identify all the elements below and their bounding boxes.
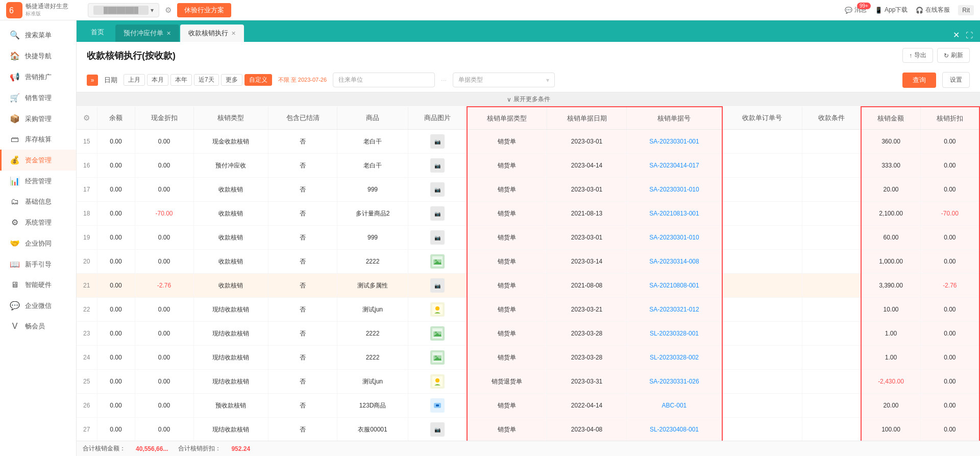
sidebar-item-inventory[interactable]: 🗃 库存核算 bbox=[0, 129, 76, 150]
table-footer: 合计核销金额： 40,556,66... 合计核销折扣： 952.24 bbox=[77, 441, 980, 456]
th-include-settled: 包含已结清 bbox=[268, 107, 337, 130]
sidebar-item-sales[interactable]: 🛒 销售管理 bbox=[0, 87, 76, 108]
date-range-text: 不限 至 2023-07-26 bbox=[278, 76, 327, 84]
cell-product: 999 bbox=[337, 226, 408, 250]
sidebar-item-operations[interactable]: 📊 经营管理 bbox=[0, 171, 76, 191]
tab-collection-verify[interactable]: 收款核销执行 ✕ bbox=[180, 25, 244, 42]
cell-verify-amount: -2,430.00 bbox=[861, 370, 920, 394]
cell-verify-type: 收款核销 bbox=[193, 178, 268, 202]
export-button[interactable]: ↑ 导出 bbox=[902, 48, 933, 63]
expand-more-bar[interactable]: ∨ 展开更多条件 bbox=[77, 92, 980, 106]
cell-verify-bill-type: 销货单 bbox=[467, 202, 547, 226]
online-service-btn[interactable]: 🎧 在线客服 bbox=[916, 6, 950, 14]
cell-cash-discount: -2.76 bbox=[135, 274, 193, 298]
from-unit-placeholder: 往来单位 bbox=[338, 76, 363, 84]
tab-prepay-close[interactable]: ✕ bbox=[166, 30, 171, 37]
sidebar-item-basic-info[interactable]: 🗂 基础信息 bbox=[0, 191, 76, 212]
cell-product: 老白干 bbox=[337, 154, 408, 178]
cell-verify-bill-date: 2023-03-31 bbox=[547, 370, 627, 394]
refresh-icon: ↻ bbox=[944, 52, 949, 59]
guide-icon: 📖 bbox=[10, 259, 20, 269]
company-name: ████████ bbox=[93, 6, 149, 15]
table-row: 20 0.00 0.00 收款核销 否 2222 销货单 2023-03-14 … bbox=[77, 250, 979, 274]
sidebar-item-purchase[interactable]: 📦 采购管理 bbox=[0, 108, 76, 129]
footer-amount-label: 合计核销金额： bbox=[83, 444, 126, 453]
cell-product-img: 📷 bbox=[408, 154, 467, 178]
footer-total-amount: 40,556,66... bbox=[136, 445, 168, 452]
refresh-button[interactable]: ↻ 刷新 bbox=[937, 48, 970, 63]
info-icon: 🗂 bbox=[10, 197, 20, 206]
cell-verify-bill-date: 2023-03-01 bbox=[547, 226, 627, 250]
cell-include-settled: 否 bbox=[268, 370, 337, 394]
sidebar-item-system[interactable]: ⚙ 系统管理 bbox=[0, 212, 76, 233]
table-row: 25 0.00 0.00 现结收款核销 否 测试jun 销货退货单 2023-0… bbox=[77, 370, 979, 394]
app-download-btn[interactable]: 📱 App下载 bbox=[875, 6, 908, 14]
cell-no: 17 bbox=[77, 178, 97, 202]
sidebar-item-marketing[interactable]: 📢 营销推广 bbox=[0, 66, 76, 87]
from-unit-filter[interactable]: 往来单位 bbox=[333, 73, 435, 87]
sidebar-item-wechat[interactable]: 💬 企业微信 bbox=[0, 295, 76, 316]
tab-home[interactable]: 首页 bbox=[81, 22, 114, 42]
date-option-7-days[interactable]: 近7天 bbox=[194, 74, 219, 86]
cell-verify-bill-type: 销货单 bbox=[467, 418, 547, 441]
cell-balance: 0.00 bbox=[97, 226, 135, 250]
table-row: 22 0.00 0.00 现结收款核销 否 测试jun 销货单 2023-03-… bbox=[77, 298, 979, 322]
cell-verify-type: 现结收款核销 bbox=[193, 346, 268, 370]
cell-verify-discount: -70.00 bbox=[920, 202, 979, 226]
messages-button[interactable]: 💬 消息 99+ bbox=[845, 6, 867, 14]
tab-maximize-button[interactable]: ⛶ bbox=[964, 29, 975, 41]
tab-prepay[interactable]: 预付冲应付单 ✕ bbox=[115, 25, 179, 42]
cell-cash-discount: -70.00 bbox=[135, 202, 193, 226]
user-avatar[interactable]: Rit bbox=[958, 5, 974, 15]
cell-collection-order bbox=[722, 298, 802, 322]
page-area: 收款核销执行(按收款) ↑ 导出 ↻ 刷新 bbox=[77, 42, 980, 456]
cell-verify-amount: 333.00 bbox=[861, 154, 920, 178]
sidebar-item-finance[interactable]: 💰 资金管理 bbox=[0, 150, 76, 171]
date-option-this-month[interactable]: 本月 bbox=[147, 74, 168, 86]
company-selector[interactable]: ████████ ▾ bbox=[88, 3, 159, 17]
sidebar-item-guide[interactable]: 📖 新手引导 bbox=[0, 254, 76, 275]
date-option-last-month[interactable]: 上月 bbox=[124, 74, 145, 86]
setting-button[interactable]: 设置 bbox=[942, 72, 970, 88]
sidebar-item-enterprise[interactable]: 🤝 企业协同 bbox=[0, 233, 76, 254]
tab-collection-close[interactable]: ✕ bbox=[231, 30, 236, 37]
svg-point-9 bbox=[435, 331, 437, 333]
date-option-custom[interactable]: 自定义 bbox=[244, 74, 272, 86]
cell-collection-condition bbox=[802, 178, 862, 202]
hardware-icon: 🖥 bbox=[10, 280, 20, 290]
date-option-more[interactable]: 更多 bbox=[221, 74, 242, 86]
cell-product: 测试jun bbox=[337, 298, 408, 322]
table-row: 17 0.00 0.00 收款核销 否 999 📷 销货单 2023-03-01… bbox=[77, 178, 979, 202]
sidebar-label-basicinfo: 基础信息 bbox=[25, 197, 52, 206]
messages-badge: 99+ bbox=[857, 3, 871, 9]
industry-button[interactable]: 休验行业方案 bbox=[177, 3, 231, 17]
cell-verify-bill-no: SL-20230408-001 bbox=[627, 418, 722, 441]
sidebar-item-search-menu[interactable]: 🔍 搜索菜单 bbox=[0, 25, 76, 45]
bill-type-filter[interactable]: 单据类型 ▾ bbox=[453, 73, 555, 87]
sidebar-item-hardware[interactable]: 🖥 智能硬件 bbox=[0, 275, 76, 295]
cell-verify-amount: 60.00 bbox=[861, 226, 920, 250]
query-button[interactable]: 查询 bbox=[902, 73, 936, 88]
th-verify-bill-type: 核销单据类型 bbox=[467, 107, 547, 130]
cell-verify-bill-date: 2023-04-08 bbox=[547, 418, 627, 441]
sales-icon: 🛒 bbox=[10, 93, 20, 103]
cell-balance: 0.00 bbox=[97, 322, 135, 346]
cell-include-settled: 否 bbox=[268, 418, 337, 441]
tab-close-button[interactable]: ✕ bbox=[951, 28, 962, 42]
filter-expand-button[interactable]: » bbox=[87, 75, 98, 86]
footer-discount-label: 合计核销折扣： bbox=[178, 444, 221, 453]
page-title-row: 收款核销执行(按收款) ↑ 导出 ↻ 刷新 bbox=[87, 48, 970, 63]
date-option-this-year[interactable]: 本年 bbox=[170, 74, 192, 86]
system-icon: ⚙ bbox=[10, 218, 20, 227]
cell-balance: 0.00 bbox=[97, 130, 135, 154]
th-verify-bill-date: 核销单据日期 bbox=[547, 107, 627, 130]
th-gear: ⚙ bbox=[77, 107, 97, 130]
column-settings-button[interactable]: ⚙ bbox=[82, 112, 91, 124]
sidebar-item-quick-nav[interactable]: 🏠 快捷导航 bbox=[0, 45, 76, 66]
settings-icon[interactable]: ⚙ bbox=[163, 4, 173, 16]
th-cash-discount: 现金折扣 bbox=[135, 107, 193, 130]
table-wrapper[interactable]: ⚙ 余额 现金折扣 核销类型 包 bbox=[77, 106, 980, 441]
cell-product-img bbox=[408, 394, 467, 418]
cell-collection-condition bbox=[802, 202, 862, 226]
sidebar-item-member[interactable]: V 畅会员 bbox=[0, 316, 76, 337]
